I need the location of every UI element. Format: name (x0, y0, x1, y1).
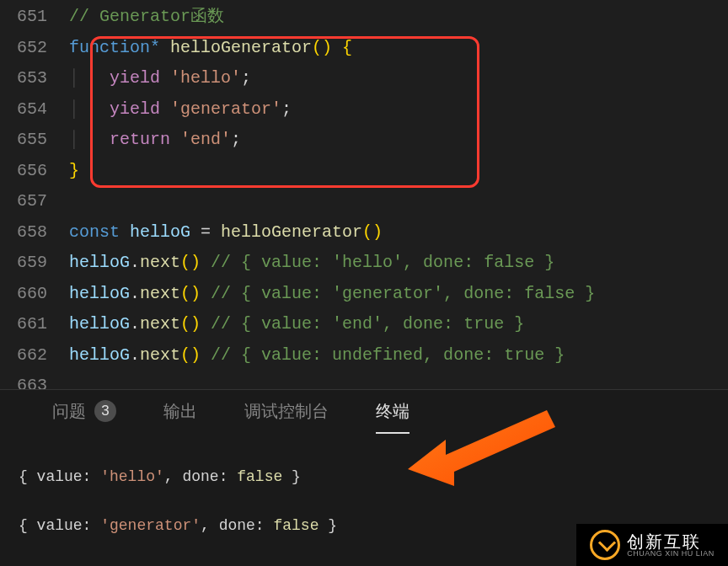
generator-star: * (150, 38, 160, 57)
indent-guide: │ (69, 99, 110, 119)
terminal-line: { value: 'hello', done: false } (19, 465, 709, 489)
line-number: 659 (0, 248, 69, 279)
parentheses: () (362, 222, 383, 242)
tab-label: 问题 (52, 400, 86, 423)
keyword-yield: yield (110, 68, 160, 88)
code-line: 651 // Generator函数 (0, 2, 728, 33)
function-name: helloGenerator (170, 38, 312, 57)
brace: } (69, 161, 79, 180)
code-line: 663 (0, 371, 728, 389)
code-line: 660 helloG.next() // { value: 'generator… (0, 279, 728, 310)
variable: helloG (130, 222, 190, 242)
line-number: 661 (0, 309, 69, 340)
variable: helloG (69, 345, 130, 365)
keyword-return: return (110, 130, 170, 149)
line-number: 654 (0, 94, 69, 125)
string: 'generator' (170, 99, 281, 119)
parentheses: () (312, 38, 332, 57)
code-line: 653 │ yield 'hello'; (0, 63, 728, 94)
parentheses: () (180, 253, 201, 272)
function-call: helloGenerator (221, 222, 362, 242)
tab-label: 输出 (163, 400, 197, 423)
keyword-yield: yield (110, 99, 160, 119)
line-number: 658 (0, 217, 69, 248)
method-call: next (140, 345, 180, 365)
watermark-text-en: CHUANG XIN HU LIAN (627, 550, 715, 558)
line-number: 657 (0, 186, 69, 217)
variable: helloG (69, 284, 130, 303)
tab-debug-console[interactable]: 调试控制台 (244, 390, 329, 432)
method-call: next (140, 284, 180, 303)
tab-problems[interactable]: 问题 3 (52, 390, 116, 432)
line-number: 663 (0, 371, 69, 389)
comment: // { value: 'hello', done: false } (211, 253, 554, 272)
tab-output[interactable]: 输出 (163, 390, 197, 432)
keyword-function: function (69, 38, 150, 57)
watermark: 创新互联 CHUANG XIN HU LIAN (576, 524, 728, 566)
line-number: 660 (0, 279, 69, 310)
code-line: 658 const helloG = helloGenerator() (0, 217, 728, 248)
code-line: 661 helloG.next() // { value: 'end', don… (0, 309, 728, 340)
method-call: next (140, 314, 180, 334)
line-number: 653 (0, 63, 69, 94)
code-line: 656 } (0, 156, 728, 187)
tab-label: 终端 (376, 400, 410, 423)
line-number: 662 (0, 340, 69, 371)
parentheses: () (180, 345, 201, 365)
brace: { (332, 38, 352, 57)
code-line: 654 │ yield 'generator'; (0, 94, 728, 125)
panel-tabs: 问题 3 输出 调试控制台 终端 (0, 390, 728, 432)
comment: // { value: 'end', done: true } (211, 314, 524, 334)
watermark-logo-icon (590, 530, 620, 560)
comment: // { value: 'generator', done: false } (211, 284, 595, 303)
indent-guide: │ (69, 68, 110, 88)
comment: // Generator函数 (69, 7, 224, 26)
comment: // { value: undefined, done: true } (211, 345, 565, 365)
watermark-text-cn: 创新互联 (627, 533, 715, 550)
code-editor[interactable]: 651 // Generator函数 652 function* helloGe… (0, 0, 728, 389)
code-line: 662 helloG.next() // { value: undefined,… (0, 340, 728, 371)
keyword-const: const (69, 222, 120, 242)
line-number: 655 (0, 125, 69, 156)
method-call: next (140, 253, 180, 272)
indent-guide: │ (69, 130, 110, 149)
code-line: 655 │ return 'end'; (0, 125, 728, 156)
code-line: 652 function* helloGenerator() { (0, 33, 728, 64)
problems-badge: 3 (94, 400, 116, 422)
line-number: 651 (0, 2, 69, 33)
tab-terminal[interactable]: 终端 (376, 390, 410, 432)
parentheses: () (180, 284, 201, 303)
line-number: 656 (0, 156, 69, 187)
variable: helloG (69, 253, 130, 272)
code-line: 657 (0, 186, 728, 217)
variable: helloG (69, 314, 130, 334)
string: 'end' (180, 130, 231, 149)
line-number: 652 (0, 33, 69, 64)
code-line: 659 helloG.next() // { value: 'hello', d… (0, 248, 728, 279)
tab-label: 调试控制台 (244, 400, 329, 423)
string: 'hello' (170, 68, 241, 88)
parentheses: () (180, 314, 201, 334)
